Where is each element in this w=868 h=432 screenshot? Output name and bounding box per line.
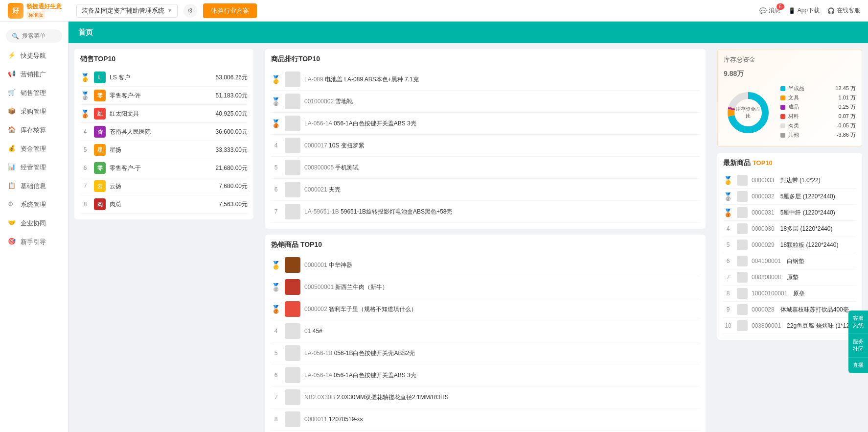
float-button-直播[interactable]: 直播 [848, 358, 868, 373]
rank-number-5: 5 [723, 241, 733, 248]
mid-product-code: LA-089 [304, 76, 323, 83]
product-info: NB2.0X30B 2.0X30MM双搓花轴搓花直径2.1MM/ROHS [304, 393, 700, 402]
new-product-icon [737, 175, 748, 186]
sidebar-label-basics: 基础信息 [21, 182, 46, 191]
customer-name: 红太阳文具 [110, 110, 212, 118]
product-placeholder [285, 345, 300, 361]
legend-name: 材料 [788, 113, 836, 120]
new-product-name: 18多层 (1220*2440) [780, 225, 856, 233]
mid-product-name: 电池盖 LA-089 ABS本色+黑种 7.1克 [325, 76, 419, 83]
new-product-icon [737, 207, 748, 218]
customer-amount: 53,006.26元 [216, 73, 248, 82]
customer-rank-item: 🥈 零 零售客户-许 51,183.00元 [80, 87, 248, 105]
product-info: 0000002 智利车子里（规格不知道填什么） [304, 305, 700, 313]
message-action[interactable]: 💬 消息 6 [759, 6, 780, 15]
customer-avatar: 零 [94, 90, 106, 101]
main-layout: 🔍 搜索菜单 ⚡快捷导航📢营销推广🛒销售管理📦采购管理🏠库存核算💰资金管理📊经营… [0, 22, 868, 432]
app-download-action[interactable]: 📱 App下载 [788, 6, 820, 15]
legend-item: 半成品 12.45 万 [780, 85, 856, 92]
float-button-服务-社区[interactable]: 服务 社区 [848, 334, 868, 358]
service-label: 在线客服 [837, 6, 860, 15]
new-product-item: 10 003800001 22g鱼豆腐-烧烤味 (1*12*20) [723, 318, 856, 334]
inventory-title: 库存总资金 [724, 55, 856, 64]
sidebar-item-sales[interactable]: 🛒销售管理 [0, 84, 68, 102]
headset-icon: 🎧 [827, 7, 835, 14]
new-product-icon [737, 304, 748, 315]
product-info: 0000011 12070519-xs [304, 416, 700, 423]
customer-name: 肉总 [110, 200, 215, 209]
float-button-客服-热线[interactable]: 客服 热线 [848, 311, 868, 334]
new-product-code: 003800001 [752, 322, 781, 329]
sidebar-icon-system: ⚙ [8, 200, 17, 209]
system-selector[interactable]: 装备及固定资产辅助管理系统 ▼ [76, 4, 178, 18]
service-action[interactable]: 🎧 在线客服 [827, 6, 860, 15]
sidebar-item-purchase[interactable]: 📦采购管理 [0, 102, 68, 121]
settings-button[interactable]: ⚙ [183, 4, 197, 18]
sidebar-item-marketing[interactable]: 📢营销推广 [0, 65, 68, 84]
new-product-item: 🥈 0000032 5厘多层 (1220*2440) [723, 189, 856, 205]
sidebar-label-finance: 资金管理 [21, 144, 46, 153]
legend-value: 0.07 万 [839, 113, 856, 120]
customer-name: 零售客户-许 [110, 92, 212, 100]
medal-silver-icon: 🥈 [723, 192, 733, 201]
sidebar-icon-purchase: 📦 [8, 107, 17, 116]
medal-gold-icon: 🥇 [80, 73, 90, 82]
search-menu-button[interactable]: 🔍 搜索菜单 [6, 29, 62, 43]
mid-product-code: 0000017 [304, 142, 327, 149]
legend-value: 12.45 万 [835, 85, 856, 92]
sidebar-item-enterprise[interactable]: 🤝企业协同 [0, 214, 68, 233]
customer-name: 苍南县人民医院 [110, 128, 212, 136]
customer-name: 零售客户-于 [110, 164, 212, 172]
product-image [285, 279, 300, 295]
mid-product-placeholder [285, 182, 300, 197]
legend-item: 其他 -3.86 万 [780, 131, 856, 139]
customer-amount: 40,925.00元 [216, 110, 248, 118]
mid-product-item: 4 0000017 10S 变扭罗紧 [271, 135, 700, 157]
product-placeholder [285, 323, 300, 339]
legend-item: 肉类 -0.05 万 [780, 122, 856, 129]
sidebar-search-area: 🔍 搜索菜单 [0, 25, 68, 47]
mid-products-card: 商品排行TOP10 🥇 LA-089 电池盖 LA-089 ABS本色+黑种 7… [265, 49, 706, 229]
mid-product-info: LA-59651-1B 59651-1B旋转投影灯电池盒ABS黑色+58壳 [304, 208, 700, 216]
product-image [285, 301, 300, 317]
topbar-center: 装备及固定资产辅助管理系统 ▼ ⚙ 体验行业方案 [76, 3, 759, 18]
mid-product-name: 手机测试 [335, 164, 359, 171]
new-product-code: 000800008 [752, 274, 781, 281]
new-product-name: 原垫 [787, 273, 856, 282]
new-product-item: 8 10000100001 原垒 [723, 286, 856, 302]
sidebar-item-basics[interactable]: 📋基础信息 [0, 177, 68, 195]
sidebar-item-operation[interactable]: 📊经营管理 [0, 158, 68, 177]
sidebar-label-purchase: 采购管理 [21, 107, 46, 116]
sidebar-item-finance[interactable]: 💰资金管理 [0, 140, 68, 158]
new-product-item: 🥉 0000031 5厘中纤 (1220*2440) [723, 205, 856, 221]
mid-product-item: 🥇 LA-089 电池盖 LA-089 ABS本色+黑种 7.1克 [271, 69, 700, 91]
customer-rank-item: 5 星 星扬 33,333.00元 [80, 141, 248, 159]
new-product-item: 9 0000028 体城嘉枝味苏打饮品400毫升 (1*15) [723, 302, 856, 318]
new-product-name: 18颗粒板 (1220*2440) [780, 241, 856, 249]
sidebar-icon-guide: 🎯 [8, 238, 17, 246]
rank-number-7: 7 [723, 274, 733, 281]
trial-button[interactable]: 体验行业方案 [203, 3, 257, 18]
hot-products-card: 热销商品 TOP10 🥇 0000001 中华神器 🥈 000500001 新西… [265, 235, 706, 432]
sidebar-item-guide[interactable]: 🎯新手引导 [0, 233, 68, 251]
medal-bronze-icon: 🥉 [271, 119, 281, 128]
medal-bronze-icon: 🥉 [271, 305, 281, 314]
rank-number-4: 4 [271, 328, 281, 335]
donut-center-label: 库存资金占比 [736, 106, 760, 120]
customer-name: 星扬 [110, 146, 212, 154]
medal-gold-icon: 🥇 [271, 261, 281, 270]
customer-name: LS 客户 [110, 73, 212, 82]
sidebar-item-quick-nav[interactable]: ⚡快捷导航 [0, 47, 68, 65]
new-product-name: 5厘中纤 (1220*2440) [780, 209, 856, 217]
customer-amount: 51,183.00元 [216, 92, 248, 100]
mid-product-info: 000800005 手机测试 [304, 164, 700, 172]
product-placeholder [285, 389, 300, 405]
product-info: 01 45# [304, 328, 700, 335]
sidebar-item-system[interactable]: ⚙系统管理 [0, 195, 68, 214]
mid-product-name: 夹壳 [329, 186, 341, 193]
new-products-title: 最新商品 TOP10 [723, 159, 856, 168]
hot-products-title: 热销商品 TOP10 [271, 240, 700, 249]
mid-panel: 商品排行TOP10 🥇 LA-089 电池盖 LA-089 ABS本色+黑种 7… [259, 43, 711, 432]
sidebar-item-inventory[interactable]: 🏠库存核算 [0, 121, 68, 140]
sidebar-label-inventory: 库存核算 [21, 126, 46, 135]
